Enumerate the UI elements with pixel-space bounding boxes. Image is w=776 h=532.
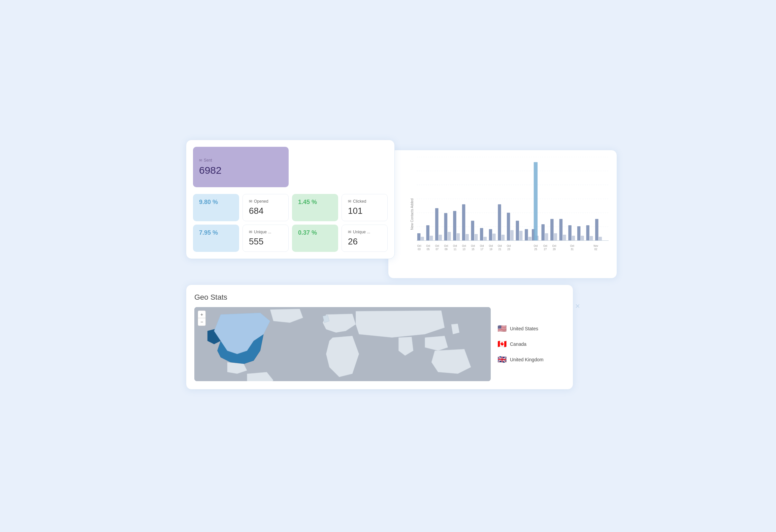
svg-rect-51	[577, 226, 581, 240]
svg-rect-30	[489, 229, 492, 240]
svg-rect-38	[525, 229, 528, 240]
svg-rect-42	[534, 162, 538, 241]
svg-text:Oct: Oct	[534, 244, 538, 247]
svg-text:Oct: Oct	[444, 244, 448, 247]
svg-rect-24	[462, 204, 465, 241]
svg-text:Oct: Oct	[570, 244, 575, 247]
geo-legend: 🇺🇸 United States 🇨🇦 Canada 🇬🇧 United Kin…	[497, 307, 565, 381]
svg-text:15: 15	[472, 247, 475, 251]
svg-text:03: 03	[418, 247, 421, 251]
svg-text:11: 11	[454, 247, 457, 251]
svg-rect-50	[572, 236, 575, 241]
svg-text:17: 17	[481, 247, 484, 251]
svg-rect-32	[498, 204, 501, 241]
map-zoom-in[interactable]: +	[198, 311, 205, 318]
sent-icon: ✉	[199, 158, 202, 163]
unique-opened-pct: 7.95 %	[199, 229, 233, 236]
ca-label: Canada	[510, 341, 526, 347]
svg-text:Oct: Oct	[543, 244, 548, 247]
svg-rect-27	[475, 234, 478, 241]
map-zoom-out[interactable]: −	[198, 318, 205, 326]
us-flag: 🇺🇸	[497, 324, 507, 333]
svg-text:31: 31	[571, 247, 574, 251]
clicked-pct-label: 1.45 %	[298, 199, 332, 206]
opened-pct-label: 9.80 %	[199, 199, 233, 206]
svg-text:Oct: Oct	[417, 244, 422, 247]
stats-panel: ✉ Sent 6982 9.80 %	[186, 140, 395, 259]
uk-flag: 🇬🇧	[497, 355, 507, 364]
svg-text:25: 25	[534, 247, 537, 251]
unique-clicked-value: 26	[348, 236, 381, 247]
svg-text:Oct: Oct	[489, 244, 493, 247]
svg-rect-45	[550, 219, 554, 240]
svg-rect-28	[480, 228, 483, 240]
svg-rect-17	[430, 236, 433, 241]
chart-panel: New Contacts Added 175 150 125 100 75 50…	[388, 150, 617, 278]
svg-text:29: 29	[553, 247, 556, 251]
svg-text:23: 23	[507, 247, 510, 251]
svg-rect-44	[545, 233, 548, 241]
geo-title: Geo Stats	[194, 293, 565, 302]
unique-opened-pct-card: 7.95 %	[193, 225, 239, 252]
unique-clicked-label: ✉ Unique ...	[348, 230, 381, 234]
svg-rect-23	[457, 233, 460, 241]
clicked-num-card: ✉ Clicked 101	[342, 194, 388, 221]
unique-opened-value: 555	[249, 236, 282, 247]
svg-rect-20	[444, 213, 448, 241]
clicked-num-label: ✉ Clicked	[348, 199, 381, 204]
svg-text:07: 07	[436, 247, 439, 251]
svg-rect-16	[426, 225, 430, 241]
svg-rect-15	[421, 237, 424, 240]
svg-rect-47	[559, 219, 563, 240]
svg-text:09: 09	[445, 247, 448, 251]
svg-rect-36	[516, 221, 519, 241]
svg-rect-26	[471, 221, 475, 241]
deco-x-2: ×	[575, 301, 580, 311]
svg-rect-25	[465, 234, 469, 241]
svg-text:02: 02	[594, 247, 597, 251]
sent-value: 6982	[199, 165, 283, 176]
svg-rect-53	[586, 225, 590, 241]
svg-text:Oct: Oct	[435, 244, 440, 247]
svg-rect-52	[581, 236, 584, 241]
geo-stats-panel: Geo Stats + −	[186, 285, 573, 390]
clicked-value: 101	[348, 206, 381, 216]
svg-rect-48	[563, 235, 566, 241]
clicked-pct-card: 1.45 %	[292, 194, 338, 221]
ca-flag: 🇨🇦	[497, 340, 507, 348]
unique-clicked-pct: 0.37 %	[298, 229, 332, 236]
svg-rect-31	[492, 234, 496, 241]
stats-grid: ✉ Sent 6982	[193, 147, 388, 191]
svg-text:Oct: Oct	[453, 244, 457, 247]
svg-text:Oct: Oct	[471, 244, 475, 247]
svg-rect-46	[554, 233, 557, 241]
svg-rect-49	[568, 225, 572, 241]
opened-num-label: ✉ Opened	[249, 199, 282, 204]
svg-text:Oct: Oct	[507, 244, 511, 247]
map-controls[interactable]: + −	[198, 310, 206, 326]
svg-rect-54	[590, 236, 593, 240]
svg-text:Oct: Oct	[462, 244, 466, 247]
svg-rect-34	[507, 213, 510, 241]
svg-rect-39	[528, 237, 532, 240]
legend-item-us: 🇺🇸 United States	[497, 324, 565, 333]
svg-text:Nov: Nov	[593, 244, 598, 247]
us-label: United States	[510, 326, 538, 331]
svg-rect-33	[502, 235, 505, 241]
svg-text:Oct: Oct	[426, 244, 430, 247]
svg-rect-29	[484, 237, 487, 240]
svg-rect-19	[439, 235, 442, 241]
sent-card: ✉ Sent 6982	[193, 147, 289, 187]
svg-text:05: 05	[427, 247, 430, 251]
svg-rect-35	[510, 230, 514, 241]
sent-label: ✉ Sent	[199, 158, 283, 163]
unique-opened-num-card: ✉ Unique ... 555	[243, 225, 289, 252]
svg-text:19: 19	[489, 247, 492, 251]
svg-rect-22	[453, 211, 456, 241]
bar-chart-svg: 175 150 125 100 75 50 25	[417, 157, 609, 255]
legend-item-ca: 🇨🇦 Canada	[497, 340, 565, 348]
unique-clicked-pct-card: 0.37 %	[292, 225, 338, 252]
opened-pct-card: 9.80 %	[193, 194, 239, 221]
svg-rect-21	[448, 232, 451, 241]
svg-text:Oct: Oct	[498, 244, 502, 247]
